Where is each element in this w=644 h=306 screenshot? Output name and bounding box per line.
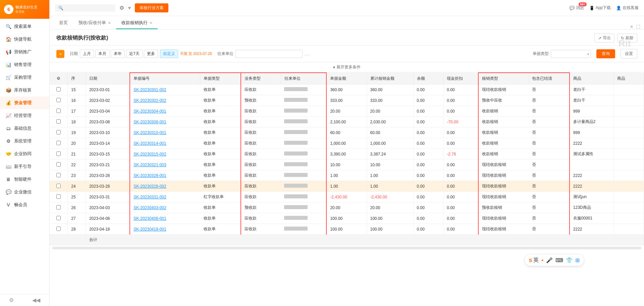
sidebar-item-marketing[interactable]: 📢营销推广 bbox=[0, 46, 49, 58]
table-row[interactable]: 27 2023-04-08 SK-20230408-001 收款单 应收款 10… bbox=[50, 213, 644, 224]
cell-checkbox[interactable] bbox=[50, 84, 68, 95]
bill-no-link[interactable]: SK-20230308-001 bbox=[133, 120, 166, 124]
bill-no-link[interactable]: SK-20230304-001 bbox=[133, 109, 166, 114]
sidebar-item-basic[interactable]: 🗂基础信息 bbox=[0, 122, 49, 135]
table-row[interactable]: 28 2023-04-18 SK-20230418-001 收款单 应收款 10… bbox=[50, 224, 644, 235]
sidebar-item-system[interactable]: ⚙系统管理 bbox=[0, 135, 49, 147]
row-checkbox[interactable] bbox=[56, 98, 61, 102]
settings-gear-icon[interactable]: ⚙ bbox=[9, 297, 14, 303]
row-checkbox[interactable] bbox=[56, 205, 61, 209]
close-window-icon[interactable]: ✕ bbox=[630, 24, 633, 29]
row-checkbox[interactable] bbox=[56, 184, 61, 188]
bill-no-link[interactable]: SK-20230310-001 bbox=[133, 130, 166, 135]
table-row[interactable]: 20 2023-03-14 SK-20230314-001 收款单 应收款 1,… bbox=[50, 138, 644, 149]
tab-close-pending[interactable]: ✕ bbox=[108, 21, 111, 25]
sidebar-item-wechat[interactable]: 💬企业微信 bbox=[0, 186, 49, 198]
col-settings[interactable]: ⚙ bbox=[50, 73, 68, 84]
table-row[interactable]: 22 2023-03-21 SK-20230321-003 收款单 应收款 10… bbox=[50, 160, 644, 170]
chevron-down-icon[interactable]: ▾ bbox=[128, 5, 131, 11]
row-checkbox[interactable] bbox=[56, 130, 61, 134]
cell-checkbox[interactable] bbox=[50, 192, 68, 202]
bill-no-link[interactable]: SK-20230302-002 bbox=[133, 98, 166, 103]
partner-input[interactable] bbox=[235, 50, 303, 58]
table-row[interactable]: 21 2023-03-15 SK-20230315-002 收款单 应收款 3,… bbox=[50, 149, 644, 160]
bill-no-link[interactable]: SK-20230331-002 bbox=[133, 195, 166, 199]
table-row[interactable]: 23 2023-03-28 SK-20230328-001 收款单 应收款 1.… bbox=[50, 170, 644, 181]
cell-checkbox[interactable] bbox=[50, 213, 68, 224]
cell-checkbox[interactable] bbox=[50, 202, 68, 213]
solution-button[interactable]: 体验行业方案 bbox=[135, 3, 168, 12]
sidebar-item-finance[interactable]: 💰资金管理 bbox=[0, 97, 49, 109]
table-row[interactable]: 17 2023-03-04 SK-20230304-001 收款单 应收款 20… bbox=[50, 106, 644, 117]
query-button[interactable]: 查询 bbox=[596, 49, 615, 58]
table-row[interactable]: 15 2023-03-01 SK-20230301-002 收款单 应收款 36… bbox=[50, 84, 644, 95]
bill-no-link[interactable]: SK-20230418-001 bbox=[133, 227, 166, 232]
bill-no-link[interactable]: SK-20230328-001 bbox=[133, 173, 166, 178]
cell-checkbox[interactable] bbox=[50, 106, 68, 117]
filter-expand-button[interactable]: » bbox=[56, 50, 64, 58]
cell-checkbox[interactable] bbox=[50, 170, 68, 181]
date-option-btn[interactable]: 更多 bbox=[144, 50, 158, 58]
sidebar-item-ops[interactable]: 📈经营管理 bbox=[0, 109, 49, 122]
table-row[interactable]: 19 2023-03-10 SK-20230310-001 收款单 应收款 60… bbox=[50, 127, 644, 138]
table-row[interactable]: 16 2023-03-02 SK-20230302-002 收款单 预收款 33… bbox=[50, 95, 644, 106]
row-checkbox[interactable] bbox=[56, 87, 61, 91]
bill-no-link[interactable]: SK-20230321-003 bbox=[133, 163, 166, 167]
row-checkbox[interactable] bbox=[56, 141, 61, 145]
message-button[interactable]: 💬 消息 99+ bbox=[570, 5, 584, 11]
row-checkbox[interactable] bbox=[56, 227, 61, 231]
tab-writeoff[interactable]: 收款核销执行✕ bbox=[116, 17, 158, 29]
sidebar-item-quick-nav[interactable]: 🏠快捷导航 bbox=[0, 33, 49, 46]
bill-no-link[interactable]: SK-20230315-002 bbox=[133, 152, 166, 157]
row-checkbox[interactable] bbox=[56, 194, 61, 199]
row-checkbox[interactable] bbox=[56, 119, 61, 124]
sidebar-item-inventory[interactable]: 📦库存核算 bbox=[0, 84, 49, 97]
sidebar-item-sales[interactable]: 📊销售管理 bbox=[0, 58, 49, 71]
row-checkbox[interactable] bbox=[56, 109, 61, 113]
tab-close-writeoff[interactable]: ✕ bbox=[150, 21, 152, 25]
cell-checkbox[interactable] bbox=[50, 224, 68, 235]
sidebar-item-hardware[interactable]: 🖥智能硬件 bbox=[0, 173, 49, 186]
cell-checkbox[interactable] bbox=[50, 127, 68, 138]
row-checkbox[interactable] bbox=[56, 151, 61, 156]
bill-no-link[interactable]: SK-20230314-001 bbox=[133, 141, 166, 146]
bill-no-link[interactable]: SK-20230301-002 bbox=[133, 87, 166, 92]
tab-pending[interactable]: 预收/应收付单✕ bbox=[73, 17, 116, 29]
sidebar-item-collab[interactable]: 🤝企业协同 bbox=[0, 147, 49, 160]
cell-checkbox[interactable] bbox=[50, 181, 68, 192]
cell-checkbox[interactable] bbox=[50, 160, 68, 170]
export-button[interactable]: ↗ 导出 bbox=[594, 34, 614, 43]
sidebar-item-member[interactable]: V畅会员 bbox=[0, 198, 49, 211]
date-option-btn[interactable]: 近7天 bbox=[126, 50, 143, 58]
sidebar-item-search[interactable]: 🔍搜索菜单 bbox=[0, 20, 49, 33]
online-service-button[interactable]: 👤 在线客服 bbox=[616, 5, 639, 11]
date-option-btn[interactable]: 本月 bbox=[95, 50, 109, 58]
bill-no-link[interactable]: SK-20230328-002 bbox=[133, 184, 166, 189]
tab-home[interactable]: 首页 bbox=[54, 17, 73, 29]
row-checkbox[interactable] bbox=[56, 216, 61, 220]
collapse-icon[interactable]: ◀◀ bbox=[32, 297, 40, 303]
row-checkbox[interactable] bbox=[56, 162, 61, 167]
maximize-icon[interactable]: ⛶ bbox=[636, 24, 640, 29]
topbar-gear-icon[interactable]: ⚙ bbox=[119, 5, 124, 11]
table-row[interactable]: 18 2023-03-08 SK-20230308-001 收款单 应收款 2,… bbox=[50, 117, 644, 127]
app-download-button[interactable]: 📱 App下载 bbox=[589, 5, 611, 11]
row-checkbox[interactable] bbox=[56, 173, 61, 177]
cell-checkbox[interactable] bbox=[50, 149, 68, 160]
sidebar-item-guide[interactable]: 📖新手引导 bbox=[0, 160, 49, 173]
custom-date-button[interactable]: 自定义 bbox=[160, 50, 178, 58]
horizontal-scrollbar[interactable] bbox=[52, 247, 641, 249]
date-option-btn[interactable]: 本年 bbox=[111, 50, 125, 58]
bill-no-link[interactable]: SK-20230403-002 bbox=[133, 205, 166, 210]
type-select[interactable] bbox=[551, 50, 591, 58]
table-row[interactable]: 24 2023-03-28 SK-20230328-002 收款单 应收款 1.… bbox=[50, 181, 644, 192]
setting-button[interactable]: 设置 bbox=[621, 49, 637, 59]
cell-checkbox[interactable] bbox=[50, 138, 68, 149]
topbar-search[interactable]: 🔍 bbox=[55, 4, 115, 12]
date-option-btn[interactable]: 上月 bbox=[80, 50, 94, 58]
bill-no-link[interactable]: SK-20230408-001 bbox=[133, 216, 166, 221]
table-row[interactable]: 26 2023-04-03 SK-20230403-002 收款单 预收款 20… bbox=[50, 202, 644, 213]
cell-checkbox[interactable] bbox=[50, 117, 68, 127]
expand-more-button[interactable]: ▾ 展开更多条件 bbox=[56, 64, 637, 71]
table-row[interactable]: 25 2023-03-31 SK-20230331-002 红字收款单 应收款 … bbox=[50, 192, 644, 202]
